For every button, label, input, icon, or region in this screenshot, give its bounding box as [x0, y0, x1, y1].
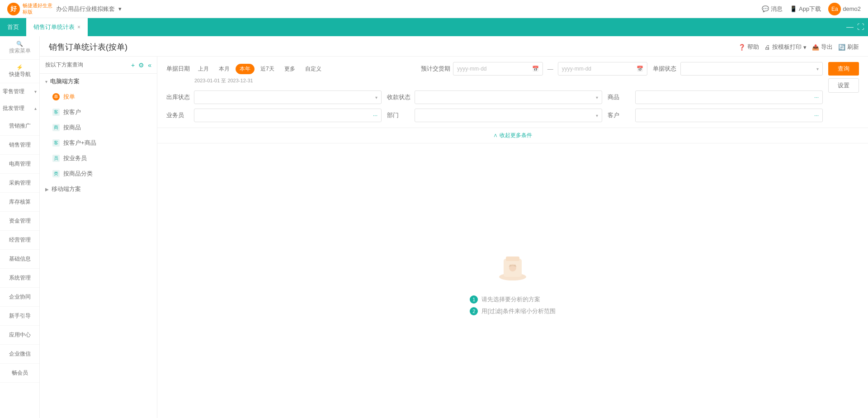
sidebar-item-newbie[interactable]: 新手引导: [0, 307, 39, 326]
template-print-button[interactable]: 🖨 按模板打印 ▾: [764, 43, 807, 51]
sidebar-item-membership[interactable]: 畅会员: [0, 364, 39, 383]
collapse-bar[interactable]: ∧ 收起更多条件: [157, 128, 868, 143]
sidebar: 🔍 搜索菜单 ⚡ 快捷导航 零售管理 ▾ 批发管理 ▴ 营销推广 销售管理 电商…: [0, 36, 40, 418]
chevron-down-icon: ▾: [45, 79, 47, 84]
settings-button[interactable]: 设置: [828, 78, 859, 93]
sidebar-item-wholesale[interactable]: 批发管理 ▴: [0, 100, 39, 117]
customer-input[interactable]: ···: [635, 109, 823, 122]
topbar: 好 畅捷通好生意 标版 办公用品行业模拟账套 ▾ 💬 消息 📱 App下载 Ea…: [0, 0, 868, 18]
tab-active[interactable]: 销售订单统计表 ×: [26, 18, 88, 36]
outbound-select[interactable]: ▾: [194, 90, 382, 104]
status-select[interactable]: ▾: [680, 62, 823, 76]
main-layout: 🔍 搜索菜单 ⚡ 快捷导航 零售管理 ▾ 批发管理 ▴ 营销推广 销售管理 电商…: [0, 36, 868, 418]
date-btn-custom[interactable]: 自定义: [301, 64, 326, 74]
scheme-panel-actions: + ⚙ «: [131, 62, 151, 69]
scheme-collapse-button[interactable]: «: [148, 62, 151, 69]
filter-item-product: 商品 ···: [608, 90, 823, 104]
date-btn-more[interactable]: 更多: [280, 64, 299, 74]
sidebar-item-corp[interactable]: 企业协同: [0, 288, 39, 307]
action-buttons: 查询 设置: [828, 62, 859, 93]
scheme-icon-cust-prod: 客: [52, 139, 60, 147]
filter-item-date: 单据日期 上月 本月 本年 近7天 更多 自定义: [166, 64, 415, 74]
query-button[interactable]: 查询: [828, 62, 859, 76]
scheme-item-by-salesperson[interactable]: 员 按业务员: [40, 151, 157, 166]
date-range-display: 2023-01-01 至 2023-12-31: [166, 77, 823, 84]
scheme-item-by-customer-product[interactable]: 客 按客户+商品: [40, 135, 157, 151]
status-label: 单据状态: [653, 65, 678, 73]
print-dropdown-icon: ▾: [803, 44, 807, 51]
scheme-desktop-group-header[interactable]: ▾ 电脑端方案: [40, 74, 157, 89]
chevron-down-icon: ▾: [596, 113, 598, 118]
scheme-mobile-section[interactable]: ▶ 移动端方案: [40, 181, 157, 197]
salesperson-label: 业务员: [166, 111, 191, 119]
filter-grid: 单据日期 上月 本月 本年 近7天 更多 自定义: [166, 62, 823, 122]
app-download-button[interactable]: 📱 App下载: [790, 5, 821, 13]
scheme-item-by-product[interactable]: 商 按商品: [40, 120, 157, 135]
chevron-down-icon: ▾: [816, 66, 819, 71]
scheme-item-by-order[interactable]: 单 按单: [40, 89, 157, 104]
sidebar-item-marketing[interactable]: 营销推广: [0, 117, 39, 136]
export-button[interactable]: 📤 导出: [812, 43, 833, 51]
sidebar-item-wechat[interactable]: 企业微信: [0, 345, 39, 364]
filter-section-inner: 单据日期 上月 本月 本年 近7天 更多 自定义: [166, 62, 859, 122]
payment-select[interactable]: ▾: [415, 90, 602, 104]
department-select[interactable]: ▾: [415, 109, 602, 122]
sidebar-item-sales[interactable]: 销售管理: [0, 136, 39, 155]
tab-close-icon[interactable]: ×: [77, 24, 80, 30]
help-button[interactable]: ❓ 帮助: [738, 43, 759, 51]
tabbar-maximize-button[interactable]: ⛶: [857, 23, 864, 31]
svg-rect-2: [506, 256, 519, 261]
date-btn-last-month[interactable]: 上月: [194, 64, 213, 74]
dots-icon2[interactable]: ···: [373, 112, 377, 119]
download-icon: 📱: [790, 5, 797, 12]
scheme-item-by-category[interactable]: 类 按商品分类: [40, 166, 157, 181]
tab-home[interactable]: 首页: [0, 18, 26, 36]
page-actions: ❓ 帮助 🖨 按模板打印 ▾ 📤 导出 🔄 刷新: [738, 43, 859, 51]
sidebar-item-ecommerce[interactable]: 电商管理: [0, 155, 39, 174]
dots-icon[interactable]: ···: [814, 94, 819, 100]
sidebar-item-purchase[interactable]: 采购管理: [0, 174, 39, 193]
sidebar-nav-quick[interactable]: ⚡ 快捷导航: [0, 60, 39, 83]
sidebar-item-finance[interactable]: 资金管理: [0, 212, 39, 231]
scheme-panel-header: 按以下方案查询 + ⚙ «: [40, 57, 157, 74]
filter-row-1: 单据日期 上月 本月 本年 近7天 更多 自定义: [166, 62, 823, 76]
dots-icon3[interactable]: ···: [814, 112, 819, 119]
delivery-date-start[interactable]: yyyy-mm-dd 📅: [453, 62, 543, 76]
tabbar-minimize-button[interactable]: —: [846, 23, 854, 31]
message-button[interactable]: 💬 消息: [762, 5, 783, 13]
user-menu[interactable]: Ea demo2: [828, 3, 861, 15]
filter-item-status: 单据状态 ▾: [653, 62, 823, 76]
salesperson-input[interactable]: ···: [194, 109, 382, 122]
empty-state: 1 请先选择要分析的方案 2 用[过滤]条件来缩小分析范围: [157, 143, 868, 418]
sidebar-item-basic[interactable]: 基础信息: [0, 250, 39, 269]
query-panel: 单据日期 上月 本月 本年 近7天 更多 自定义: [157, 57, 868, 418]
sidebar-item-app[interactable]: 应用中心: [0, 326, 39, 345]
filter-item-delivery: 预计交货期 yyyy-mm-dd 📅 — yyyy-mm-dd 📅: [421, 62, 647, 76]
chevron-down-icon: ▾: [596, 95, 598, 100]
filter-section: 单据日期 上月 本月 本年 近7天 更多 自定义: [157, 57, 868, 128]
scheme-desktop-group: ▾ 电脑端方案 单 按单 客 按客户 商 按商品: [40, 74, 157, 181]
tabbar-right: — ⛶: [846, 23, 868, 31]
empty-tip-2: 2 用[过滤]条件来缩小分析范围: [470, 307, 555, 315]
sidebar-search[interactable]: 🔍 搜索菜单: [0, 36, 39, 60]
date-btn-this-month[interactable]: 本月: [215, 64, 234, 74]
refresh-button[interactable]: 🔄 刷新: [838, 43, 859, 51]
chevron-down-icon: ▾: [34, 89, 37, 94]
product-input[interactable]: ···: [635, 90, 823, 104]
tabbar: 首页 销售订单统计表 × — ⛶: [0, 18, 868, 36]
date-btn-this-year[interactable]: 本年: [236, 64, 255, 74]
filter-row-3: 业务员 ··· 部门: [166, 109, 823, 122]
topbar-dropdown-icon[interactable]: ▾: [118, 5, 122, 12]
sidebar-item-inventory[interactable]: 库存核算: [0, 193, 39, 212]
sidebar-item-system[interactable]: 系统管理: [0, 269, 39, 288]
scheme-item-by-customer[interactable]: 客 按客户: [40, 104, 157, 120]
delivery-date-end[interactable]: yyyy-mm-dd 📅: [558, 62, 648, 76]
sidebar-item-retail[interactable]: 零售管理 ▾: [0, 83, 39, 100]
chevron-down-icon: ▾: [375, 95, 377, 100]
date-btn-last-7[interactable]: 近7天: [256, 64, 278, 74]
empty-tips: 1 请先选择要分析的方案 2 用[过滤]条件来缩小分析范围: [470, 295, 555, 319]
search-icon: 🔍: [0, 41, 39, 47]
scheme-add-button[interactable]: +: [131, 62, 135, 69]
sidebar-item-operations[interactable]: 经营管理: [0, 231, 39, 250]
scheme-settings-button[interactable]: ⚙: [138, 62, 144, 69]
